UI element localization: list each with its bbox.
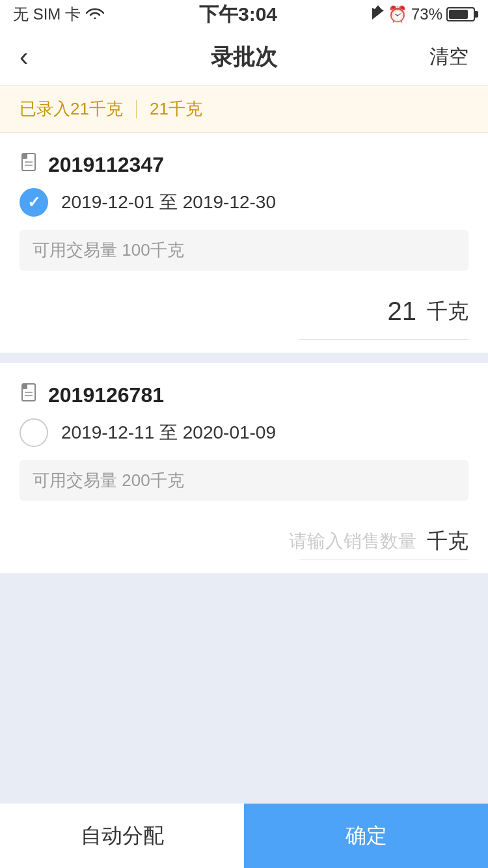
- status-right: ⏰ 73%: [372, 5, 475, 23]
- section-divider-2: [0, 573, 488, 584]
- battery-icon: [446, 7, 475, 21]
- back-button[interactable]: ‹: [20, 42, 59, 72]
- status-time: 下午3:04: [199, 1, 277, 28]
- svg-rect-2: [22, 154, 27, 159]
- batch-date-2: 2019-12-11 至 2020-01-09: [61, 420, 276, 445]
- available-bar-2: 可用交易量 200千克: [20, 460, 468, 501]
- nav-bar: ‹ 录批次 清空: [0, 29, 488, 86]
- svg-marker-0: [372, 5, 384, 20]
- batch-header-2: 2019126781: [20, 383, 468, 408]
- section-divider: [0, 353, 488, 363]
- banner-divider: [136, 100, 137, 118]
- batch-date-row-1[interactable]: 2019-12-01 至 2019-12-30: [20, 188, 468, 217]
- input-row-2: 请输入销售数量 千克: [20, 517, 468, 560]
- input-unit-2: 千克: [427, 527, 468, 556]
- svg-rect-6: [22, 384, 27, 389]
- batch-date-row-2[interactable]: 2019-12-11 至 2020-01-09: [20, 418, 468, 447]
- recorded-amount: 已录入21千克: [20, 98, 123, 120]
- batch-date-1: 2019-12-01 至 2019-12-30: [61, 190, 276, 215]
- auto-distribute-button[interactable]: 自动分配: [0, 804, 244, 868]
- quantity-row-1: 21 千克: [20, 286, 468, 339]
- status-bar: 无 SIM 卡 下午3:04 ⏰ 73%: [0, 0, 488, 29]
- available-bar-1: 可用交易量 100千克: [20, 230, 468, 271]
- input-placeholder-2[interactable]: 请输入销售数量: [289, 529, 416, 554]
- bottom-bar: 自动分配 确定: [0, 803, 488, 868]
- batch-id-1: 2019112347: [48, 153, 164, 177]
- total-amount: 21千克: [150, 98, 202, 120]
- page-title: 录批次: [211, 42, 277, 72]
- status-left: 无 SIM 卡: [13, 4, 104, 25]
- battery-percent: 73%: [411, 5, 442, 23]
- radio-1[interactable]: [20, 188, 48, 217]
- batch-doc-icon-1: [20, 152, 40, 178]
- quantity-unit-1: 千克: [427, 297, 468, 326]
- alarm-icon: ⏰: [388, 5, 407, 23]
- sim-text: 无 SIM 卡: [13, 4, 81, 25]
- location-icon: [372, 5, 384, 23]
- clear-button[interactable]: 清空: [429, 44, 468, 70]
- batch-doc-icon-2: [20, 383, 40, 408]
- batch-header-1: 2019112347: [20, 152, 468, 178]
- batch-card-2: 2019126781 2019-12-11 至 2020-01-09 可用交易量…: [0, 363, 488, 573]
- confirm-button[interactable]: 确定: [244, 804, 488, 868]
- radio-2[interactable]: [20, 418, 48, 447]
- batch-id-2: 2019126781: [48, 383, 164, 407]
- wifi-icon: [86, 5, 104, 23]
- info-banner: 已录入21千克 21千克: [0, 86, 488, 133]
- quantity-value-1: 21: [388, 297, 417, 326]
- batch-card-1: 2019112347 2019-12-01 至 2019-12-30 可用交易量…: [0, 133, 488, 353]
